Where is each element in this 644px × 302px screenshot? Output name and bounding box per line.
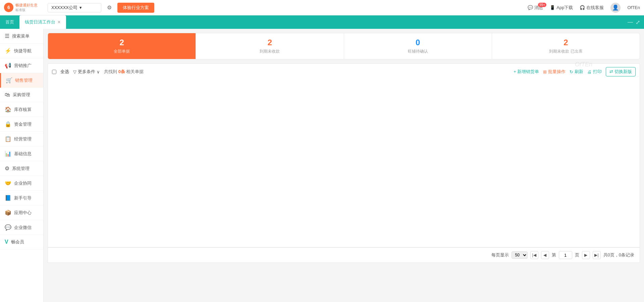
stat-number-shipped: 2 <box>499 38 633 47</box>
total-label: 共0页，0条记录 <box>603 252 634 258</box>
quick-nav-icon: ⚡ <box>5 48 11 54</box>
switch-label: 切换新版 <box>614 69 632 74</box>
next-page-button[interactable]: ▶ <box>582 251 590 259</box>
member-icon: V <box>5 239 8 245</box>
logo-text: 畅捷通好生意 <box>15 3 38 7</box>
sidebar-item-guide[interactable]: 📘 新手引导 <box>0 191 43 205</box>
toolbar-right: + 新增销货单 ⊞ 批量操作 ↻ 刷新 🖨 打印 ⇄ 切换新版 <box>514 67 636 76</box>
toolbar-left: 全选 ▽ 更多条件 ∨ 共找到 0条 相关单据 <box>52 69 509 75</box>
chevron-down-icon: ▾ <box>79 5 82 10</box>
tab-work-table[interactable]: 钱货日清工作台 ✕ <box>19 15 66 29</box>
sidebar-item-marketing[interactable]: 📢 营销推广 <box>0 58 43 73</box>
online-service-button[interactable]: 🎧 在线客服 <box>580 5 604 11</box>
app-download-button[interactable]: 📱 App下载 <box>550 5 573 11</box>
empty-area <box>48 80 640 241</box>
sidebar-item-finance-label: 资金管理 <box>14 121 32 127</box>
tab-work-table-label: 钱货日清工作台 <box>25 19 55 25</box>
main-layout: ☰ 搜索菜单 ⚡ 快捷导航 📢 营销推广 🛒 销售管理 🛍 采购管理 🏠 库存核… <box>0 29 644 302</box>
avatar[interactable]: 👤 <box>610 3 621 13</box>
avatar-icon: 👤 <box>612 4 619 11</box>
messages-badge: 99+ <box>538 3 546 7</box>
sidebar: ☰ 搜索菜单 ⚡ 快捷导航 📢 营销推广 🛒 销售管理 🛍 采购管理 🏠 库存核… <box>0 29 44 302</box>
switch-icon: ⇄ <box>609 69 613 74</box>
header-right: 💬 消息 99+ 📱 App下载 🎧 在线客服 👤 OfTEn <box>528 3 640 13</box>
batch-operation-button[interactable]: ⊞ 批量操作 <box>543 69 566 75</box>
operations-icon: 📋 <box>5 136 11 142</box>
prev-page-button[interactable]: ◀ <box>541 251 549 259</box>
cooperation-icon: 🤝 <box>5 180 11 186</box>
stat-card-all[interactable]: 2 全部单据 <box>48 33 196 59</box>
top-header: 6 畅捷通好生意 标准版 XXXXXX公司 ▾ ⚙ 体验行业方案 💬 消息 99… <box>0 0 644 15</box>
batch-icon: ⊞ <box>543 69 547 74</box>
sidebar-item-purchase[interactable]: 🛍 采购管理 <box>0 88 43 102</box>
gear-icon: ⚙ <box>107 4 112 11</box>
refresh-icon: ↻ <box>570 69 573 74</box>
print-icon: 🖨 <box>587 69 592 74</box>
toolbar: 全选 ▽ 更多条件 ∨ 共找到 0条 相关单据 + 新增销货单 ⊞ 批量操作 <box>48 63 640 80</box>
switch-version-button[interactable]: ⇄ 切换新版 <box>606 67 636 76</box>
marketing-icon: 📢 <box>5 62 11 69</box>
filter-label: 更多条件 <box>78 69 95 75</box>
tab-maximize-button[interactable]: ⤢ <box>636 19 640 25</box>
sidebar-item-system[interactable]: ⚙ 系统管理 <box>0 161 43 176</box>
page-suffix: 页 <box>575 252 579 258</box>
sidebar-item-marketing-label: 营销推广 <box>14 63 32 69</box>
settings-button[interactable]: ⚙ <box>104 2 115 13</box>
company-selector[interactable]: XXXXXX公司 ▾ <box>48 3 101 12</box>
sidebar-item-operations[interactable]: 📋 经营管理 <box>0 132 43 146</box>
messages-button[interactable]: 💬 消息 99+ <box>528 5 543 11</box>
guide-icon: 📘 <box>5 195 11 201</box>
try-industry-button[interactable]: 体验行业方案 <box>117 3 154 13</box>
filter-chevron-icon: ∨ <box>97 69 100 74</box>
sidebar-item-wechat[interactable]: 💬 企业微信 <box>0 220 43 235</box>
sales-icon: 🛒 <box>6 77 12 83</box>
sidebar-item-sales[interactable]: 🛒 销售管理 <box>0 73 43 88</box>
logo-icon: 6 <box>4 3 13 12</box>
tab-home[interactable]: 首页 <box>0 15 19 29</box>
last-page-button[interactable]: ▶| <box>593 251 601 259</box>
page-label: 第 <box>552 252 556 258</box>
per-page-select[interactable]: 50 <box>512 251 528 259</box>
sidebar-item-base-info[interactable]: 📊 基础信息 <box>0 146 43 161</box>
sidebar-item-app-center[interactable]: 📦 应用中心 <box>0 205 43 220</box>
filter-button[interactable]: ▽ 更多条件 ∨ <box>73 69 100 75</box>
sidebar-item-guide-label: 新手引导 <box>14 195 32 201</box>
sidebar-item-quick-nav[interactable]: ⚡ 快捷导航 <box>0 44 43 58</box>
sidebar-item-cooperation[interactable]: 🤝 企业协同 <box>0 176 43 191</box>
tab-minimize-button[interactable]: — <box>628 19 633 25</box>
new-sales-order-button[interactable]: + 新增销货单 <box>514 69 539 75</box>
table-container <box>48 80 640 247</box>
stat-label-shipped: 到期未收款 已出库 <box>499 49 633 54</box>
batch-label: 批量操作 <box>548 69 566 75</box>
stat-number-wangfu: 0 <box>351 38 485 47</box>
sidebar-item-cooperation-label: 企业协同 <box>14 180 32 186</box>
refresh-button[interactable]: ↻ 刷新 <box>570 69 583 75</box>
sidebar-item-member[interactable]: V 畅会员 <box>0 235 43 249</box>
sidebar-item-sales-label: 销售管理 <box>15 77 33 83</box>
refresh-label: 刷新 <box>575 69 583 75</box>
app-download-label: App下载 <box>556 5 573 11</box>
logo-badge: 标准版 <box>15 8 38 12</box>
sidebar-item-search[interactable]: ☰ 搜索菜单 <box>0 29 43 44</box>
search-icon: ☰ <box>5 33 9 39</box>
stat-card-wangfu[interactable]: 0 旺辅待确认 <box>344 33 492 59</box>
sidebar-item-finance[interactable]: 🔒 资金管理 <box>0 117 43 132</box>
tab-close-icon[interactable]: ✕ <box>57 20 61 24</box>
sidebar-item-system-label: 系统管理 <box>12 166 30 172</box>
print-button[interactable]: 🖨 打印 <box>587 69 602 75</box>
select-all-checkbox[interactable] <box>52 70 56 74</box>
service-icon: 🎧 <box>580 5 585 10</box>
found-prefix: 共找到 <box>104 69 117 74</box>
per-page-label: 每页显示 <box>491 252 509 258</box>
sidebar-item-purchase-label: 采购管理 <box>13 92 30 98</box>
finance-icon: 🔒 <box>5 121 11 127</box>
tab-bar-actions: — ⤢ <box>628 19 644 25</box>
sidebar-item-wechat-label: 企业微信 <box>14 225 32 231</box>
stat-card-shipped[interactable]: 2 到期未收款 已出库 <box>492 33 640 59</box>
sidebar-item-inventory[interactable]: 🏠 库存核算 <box>0 102 43 117</box>
first-page-button[interactable]: |◀ <box>530 251 538 259</box>
stat-card-overdue[interactable]: 2 到期未收款 <box>196 33 344 59</box>
sidebar-item-search-label: 搜索菜单 <box>12 33 30 39</box>
tab-home-label: 首页 <box>5 19 14 25</box>
page-input[interactable] <box>559 251 572 259</box>
